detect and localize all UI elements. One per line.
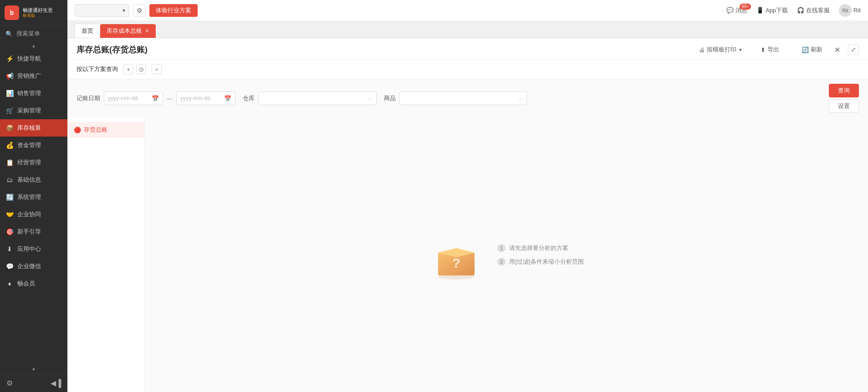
app-download-btn[interactable]: 📱 App下载 — [756, 6, 788, 15]
search-btn[interactable]: 查询 — [829, 84, 859, 97]
sidebar-item-vip[interactable]: ♦ 畅会员 — [0, 275, 67, 292]
filter-area: 按以下方案查询 + ⊙ « 记账日期 yyyy-mm-dd 📅 — — [67, 60, 868, 117]
inventory-icon: 📦 — [5, 124, 14, 132]
filter-manage-btn[interactable]: ⊙ — [136, 64, 146, 74]
settings-btn[interactable]: 设置 — [829, 99, 859, 113]
nav-dropdown[interactable]: ▾ — [75, 4, 129, 17]
sidebar-item-app-center[interactable]: ⬇ 应用中心 — [0, 240, 67, 258]
date-end-input[interactable]: yyyy-mm-dd 📅 — [176, 92, 235, 105]
print-btn[interactable]: 🖨 按模板打印 ▾ — [699, 46, 742, 54]
empty-illustration: ? — [429, 228, 484, 282]
sidebar-item-operation[interactable]: 📋 经营管理 — [0, 154, 67, 171]
close-panel-btn[interactable]: ✕ — [832, 44, 842, 55]
basic-info-icon: 🗂 — [5, 176, 14, 183]
page-header-actions: 🖨 按模板打印 ▾ ⬆ 导出 🔄 刷新 ✕ ⤢ — [699, 44, 859, 56]
system-icon: 🔄 — [5, 193, 14, 201]
quick-nav-icon: ⚡ — [5, 55, 14, 62]
filter-top: 按以下方案查询 + ⊙ « — [67, 60, 868, 79]
page-header: 库存总账(存货总账) 🖨 按模板打印 ▾ ⬆ 导出 🔄 刷新 ✕ — [67, 38, 868, 60]
sidebar-item-wechat[interactable]: 💬 企业微信 — [0, 258, 67, 275]
filter-label: 按以下方案查询 — [77, 65, 118, 73]
user-profile[interactable]: Rit Rit — [839, 4, 861, 17]
home-tab-label: 首页 — [82, 27, 93, 35]
tab-home[interactable]: 首页 — [75, 24, 100, 38]
online-service-btn[interactable]: 🎧 在线客服 — [797, 6, 830, 15]
page-title: 库存总账(存货总账) — [77, 44, 148, 55]
app-name: 畅捷通好生意 标准版 — [23, 7, 53, 19]
warehouse-filter-group: 仓库 ··· — [243, 92, 377, 105]
scheme-item-inventory-ledger[interactable]: 🔴 存货总账 — [67, 122, 144, 137]
filter-add-btn[interactable]: + — [123, 64, 133, 74]
sidebar-item-purchase[interactable]: 🛒 采购管理 — [0, 102, 67, 119]
tab-close-btn[interactable]: ✕ — [145, 28, 149, 34]
date-separator: — — [167, 95, 173, 102]
sidebar-item-system[interactable]: 🔄 系统管理 — [0, 188, 67, 206]
date-field-label: 记账日期 — [77, 94, 100, 102]
main-area: ▾ ⚙ 体验行业方案 💬 消息 99+ 📱 App下载 🎧 在线客服 Rit — [67, 0, 868, 392]
finance-icon: 💰 — [5, 142, 14, 149]
svg-text:?: ? — [452, 255, 460, 270]
phone-icon: 📱 — [756, 7, 764, 14]
topbar-left: ▾ ⚙ 体验行业方案 — [75, 4, 198, 17]
export-btn[interactable]: ⬆ 导出 — [757, 44, 783, 56]
goods-label: 商品 — [384, 94, 396, 102]
topbar-right: 💬 消息 99+ 📱 App下载 🎧 在线客服 Rit Rit — [726, 4, 861, 17]
sidebar-search[interactable]: 🔍 搜索菜单 — [0, 26, 67, 41]
app-center-icon: ⬇ — [5, 245, 14, 253]
sidebar-item-finance[interactable]: 💰 资金管理 — [0, 137, 67, 154]
sidebar-logo: b 畅捷通好生意 标准版 — [0, 0, 67, 26]
tab-inventory-cost[interactable]: 库存成本总账 ✕ — [100, 24, 156, 38]
scheme-icon: 🔴 — [74, 127, 81, 133]
goods-filter-group: 商品 ··· — [384, 92, 527, 105]
warehouse-more-icon: ··· — [368, 95, 373, 102]
sidebar-item-basic-info[interactable]: 🗂 基础信息 — [0, 171, 67, 188]
user-avatar: Rit — [839, 4, 852, 17]
headset-icon: 🎧 — [797, 7, 804, 14]
marketing-icon: 📢 — [5, 72, 14, 80]
search-icon: 🔍 — [5, 31, 13, 37]
filter-row: 记账日期 yyyy-mm-dd 📅 — yyyy-mm-dd 📅 仓库 — [67, 79, 868, 117]
messages-btn[interactable]: 💬 消息 99+ — [726, 6, 747, 15]
filter-collapse-btn[interactable]: « — [152, 64, 162, 74]
topbar-gear-btn[interactable]: ⚙ — [133, 4, 146, 17]
sidebar-item-sales[interactable]: 📊 销售管理 — [0, 85, 67, 102]
sidebar-nav: ⚡ 快捷导航 📢 营销推广 📊 销售管理 🛒 采购管理 📦 库存核算 💰 资金管… — [0, 50, 67, 365]
filter-actions: + ⊙ — [123, 64, 146, 74]
date-start-input[interactable]: yyyy-mm-dd 📅 — [104, 92, 163, 105]
vip-icon: ♦ — [5, 280, 14, 287]
tabbar: 首页 库存成本总账 ✕ — [67, 21, 868, 38]
enterprise-icon: 🤝 — [5, 211, 14, 218]
refresh-icon: 🔄 — [802, 46, 809, 53]
guide-icon: 🎯 — [5, 228, 14, 235]
warehouse-input[interactable]: ··· — [258, 92, 377, 105]
wechat-icon: 💬 — [5, 263, 14, 270]
refresh-btn[interactable]: 🔄 刷新 — [798, 44, 826, 56]
sidebar-item-guide[interactable]: 🎯 新手引导 — [0, 223, 67, 240]
settings-footer-btn[interactable]: ⚙ — [6, 379, 13, 387]
collapse-sidebar-btn[interactable]: ◀▐ — [51, 379, 61, 387]
print-chevron-icon: ▾ — [739, 47, 742, 53]
sidebar-item-inventory[interactable]: 📦 库存核算 — [0, 119, 67, 137]
empty-content: ? 1 请先选择要分 — [429, 228, 583, 282]
hint-num-1: 1 — [497, 244, 505, 252]
calendar-end-icon: 📅 — [224, 95, 231, 102]
goods-input[interactable]: ··· — [399, 92, 527, 105]
sidebar-item-marketing[interactable]: 📢 营销推广 — [0, 67, 67, 85]
purchase-icon: 🛒 — [5, 107, 14, 114]
empty-hints: 1 请先选择要分析的方案 2 用[过滤]条件来缩小分析范围 — [497, 244, 583, 266]
sidebar: b 畅捷通好生意 标准版 🔍 搜索菜单 ▲ ⚡ 快捷导航 📢 营销推广 📊 销售… — [0, 0, 67, 392]
sidebar-scroll-down[interactable]: ▼ — [0, 365, 67, 374]
sidebar-item-quick-nav[interactable]: ⚡ 快捷导航 — [0, 50, 67, 67]
hint-num-2: 2 — [497, 258, 505, 266]
scheme-panel: 🔴 存货总账 — [67, 117, 145, 392]
printer-icon: 🖨 — [699, 46, 705, 53]
expand-btn[interactable]: ⤢ — [848, 44, 859, 55]
export-icon: ⬆ — [761, 46, 766, 53]
sidebar-scroll-up[interactable]: ▲ — [0, 41, 67, 50]
content-area: 🔴 存货总账 — [67, 117, 868, 392]
industry-btn[interactable]: 体验行业方案 — [149, 4, 198, 17]
message-icon: 💬 — [726, 7, 734, 14]
inventory-tab-label: 库存成本总账 — [107, 27, 142, 35]
operation-icon: 📋 — [5, 159, 14, 166]
sidebar-item-enterprise[interactable]: 🤝 企业协同 — [0, 206, 67, 223]
